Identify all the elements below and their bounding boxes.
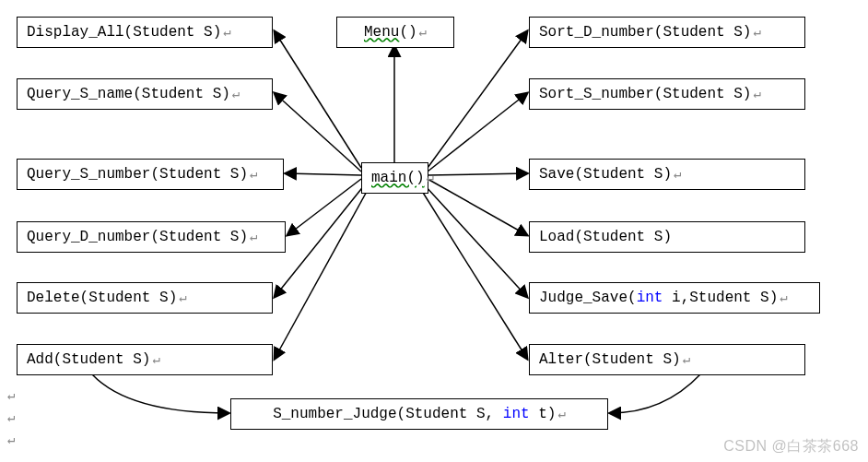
- node-query-s-name: Query_S_name(Student S)↵: [17, 78, 273, 110]
- return-marker: ↵: [417, 25, 427, 40]
- return-marker: ↵: [221, 25, 230, 40]
- return-marker: ↵: [751, 25, 760, 40]
- node-add: Add(Student S)↵: [17, 344, 273, 375]
- node-menu: Menu()↵: [336, 17, 454, 48]
- node-main: main()↵: [361, 162, 428, 194]
- node-query-s-number: Query_S_number(Student S)↵: [17, 159, 284, 190]
- node-alter: Alter(Student S)↵: [529, 344, 805, 375]
- node-label: Load(Student S): [539, 229, 672, 245]
- svg-line-8: [428, 93, 527, 172]
- node-label: Alter(Student S): [539, 351, 681, 368]
- margin-return-marker: ↵: [6, 409, 15, 425]
- svg-line-6: [275, 188, 369, 359]
- svg-line-1: [275, 31, 361, 168]
- node-label: Add(Student S): [27, 351, 150, 368]
- node-load: Load(Student S): [529, 221, 805, 253]
- return-marker: ↵: [248, 230, 257, 244]
- node-label: Judge_Save(int i,Student S): [539, 290, 778, 306]
- return-marker: ↵: [230, 87, 240, 101]
- margin-return-marker: ↵: [6, 387, 15, 403]
- return-marker: ↵: [248, 167, 257, 182]
- margin-return-marker: ↵: [6, 432, 15, 447]
- node-label: Delete(Student S): [27, 290, 177, 306]
- node-main-label: main(): [371, 170, 425, 186]
- return-marker: ↵: [751, 87, 760, 101]
- node-s-number-judge: S_number_Judge(Student S, int t)↵: [230, 398, 608, 430]
- node-menu-label: Menu(): [364, 24, 417, 41]
- return-marker: ↵: [556, 407, 565, 421]
- return-marker: ↵: [778, 290, 787, 305]
- svg-line-3: [286, 173, 361, 175]
- node-judge-save: Judge_Save(int i,Student S)↵: [529, 282, 820, 314]
- node-label: Display_All(Student S): [27, 24, 221, 41]
- watermark: CSDN @白茶茶668: [723, 437, 859, 456]
- node-label: Sort_D_number(Student S): [539, 24, 751, 41]
- node-sort-d-number: Sort_D_number(Student S)↵: [529, 17, 805, 48]
- svg-line-12: [420, 188, 527, 359]
- return-marker: ↵: [177, 290, 186, 305]
- return-marker: ↵: [672, 167, 681, 182]
- svg-line-7: [428, 31, 527, 168]
- node-display-all: Display_All(Student S)↵: [17, 17, 273, 48]
- node-label: Sort_S_number(Student S): [539, 86, 751, 102]
- svg-line-10: [428, 179, 527, 235]
- node-delete: Delete(Student S)↵: [17, 282, 273, 314]
- node-save: Save(Student S)↵: [529, 159, 805, 190]
- node-label: Save(Student S): [539, 166, 672, 183]
- node-label: S_number_Judge(Student S, int t): [273, 406, 556, 422]
- svg-line-4: [287, 179, 361, 235]
- svg-line-11: [424, 184, 527, 297]
- node-query-d-number: Query_D_number(Student S)↵: [17, 221, 286, 253]
- return-marker: ↵: [150, 352, 159, 367]
- svg-line-5: [275, 184, 365, 297]
- svg-line-2: [275, 93, 361, 172]
- node-sort-s-number: Sort_S_number(Student S)↵: [529, 78, 805, 110]
- svg-line-9: [428, 173, 527, 175]
- node-label: Query_S_number(Student S): [27, 166, 248, 183]
- return-marker: ↵: [681, 352, 690, 367]
- node-label: Query_S_name(Student S): [27, 86, 230, 102]
- return-marker: ↵: [425, 171, 434, 185]
- node-label: Query_D_number(Student S): [27, 229, 248, 245]
